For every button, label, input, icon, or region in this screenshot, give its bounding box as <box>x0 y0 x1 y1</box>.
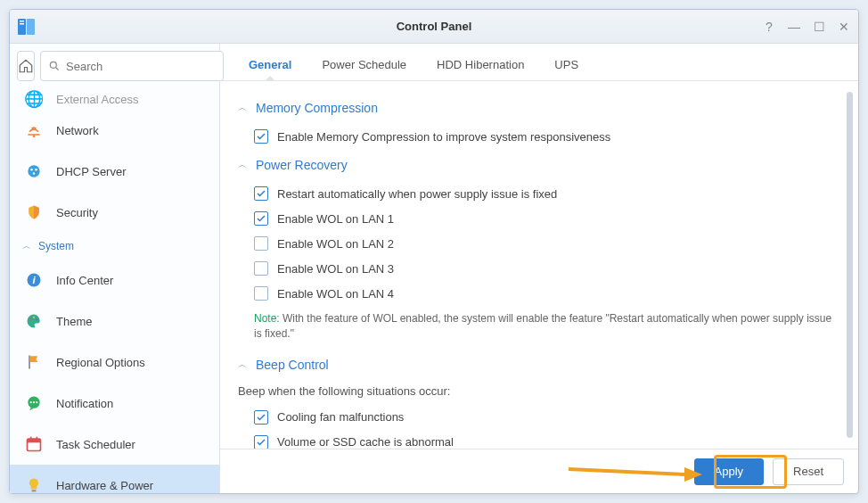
checkbox[interactable] <box>254 435 268 449</box>
home-button[interactable] <box>17 51 35 81</box>
option-memory-compression[interactable]: Enable Memory Compression to improve sys… <box>238 124 840 149</box>
svg-rect-2 <box>20 21 24 22</box>
tab-power-schedule[interactable]: Power Schedule <box>307 51 421 80</box>
checkbox[interactable] <box>254 186 268 201</box>
minimize-icon[interactable]: — <box>787 20 801 34</box>
checkbox[interactable] <box>254 211 268 226</box>
reset-button[interactable]: Reset <box>773 458 844 485</box>
wol-note: Note: With the feature of WOL enabled, t… <box>238 306 840 349</box>
search-field[interactable] <box>40 51 224 81</box>
svg-point-8 <box>30 169 33 171</box>
note-label: Note: <box>254 312 280 325</box>
option-label: Cooling fan malfunctions <box>277 410 404 424</box>
svg-line-5 <box>56 68 59 70</box>
sidebar-item-label: Task Scheduler <box>56 438 135 451</box>
svg-point-13 <box>30 317 32 319</box>
network-icon <box>24 120 44 140</box>
section-power-recovery[interactable]: ︿ Power Recovery <box>238 158 840 172</box>
svg-rect-23 <box>30 437 32 441</box>
search-input[interactable] <box>66 60 216 73</box>
sidebar-item-hardware-power[interactable]: Hardware & Power <box>10 465 219 493</box>
section-title-label: Beep Control <box>256 358 329 372</box>
sidebar-group-system[interactable]: ︿ System <box>10 233 219 260</box>
svg-point-19 <box>33 401 35 403</box>
sidebar-group-label: System <box>38 240 74 252</box>
sidebar: 🌐 External Access Network DHCP Server Se… <box>10 44 220 493</box>
sidebar-item-label: DHCP Server <box>56 165 127 178</box>
tab-label: Power Schedule <box>322 58 406 71</box>
chat-icon <box>24 393 44 413</box>
sidebar-item-external-access[interactable]: 🌐 External Access <box>10 88 219 110</box>
control-panel-window: Control Panel ? — ☐ ✕ 🌐 External A <box>9 9 859 494</box>
checkbox[interactable] <box>254 410 268 425</box>
svg-rect-25 <box>32 490 37 492</box>
option-label: Restart automatically when power supply … <box>277 187 557 201</box>
svg-point-7 <box>28 165 39 177</box>
option-beep-volume[interactable]: Volume or SSD cache is abnormal <box>238 430 840 449</box>
checkbox[interactable] <box>254 236 268 251</box>
globe-icon: 🌐 <box>24 89 44 109</box>
app-icon <box>17 16 38 37</box>
sidebar-item-network[interactable]: Network <box>10 110 219 151</box>
tab-label: HDD Hibernation <box>437 58 524 71</box>
checkbox[interactable] <box>254 129 268 144</box>
sidebar-item-label: Info Center <box>56 274 113 287</box>
svg-rect-24 <box>37 437 38 441</box>
option-label: Enable Memory Compression to improve sys… <box>277 130 610 144</box>
note-text: With the feature of WOL enabled, the sys… <box>254 312 831 340</box>
sidebar-item-regional[interactable]: Regional Options <box>10 342 219 383</box>
sidebar-item-notification[interactable]: Notification <box>10 383 219 424</box>
info-icon: i <box>24 270 44 290</box>
section-beep-control[interactable]: ︿ Beep Control <box>238 358 840 372</box>
svg-point-14 <box>33 317 35 318</box>
checkbox[interactable] <box>254 261 268 276</box>
sidebar-item-task-scheduler[interactable]: Task Scheduler <box>10 424 219 465</box>
annotation-arrow <box>564 460 707 487</box>
sidebar-list: 🌐 External Access Network DHCP Server Se… <box>10 88 219 493</box>
sidebar-item-dhcp[interactable]: DHCP Server <box>10 151 219 192</box>
content-scroll[interactable]: ︿ Memory Compression Enable Memory Compr… <box>220 81 858 449</box>
option-restart-auto[interactable]: Restart automatically when power supply … <box>238 181 840 206</box>
option-beep-fan[interactable]: Cooling fan malfunctions <box>238 405 840 430</box>
dhcp-icon <box>24 161 44 181</box>
tab-hdd-hibernation[interactable]: HDD Hibernation <box>422 51 538 80</box>
option-wol-lan3[interactable]: Enable WOL on LAN 3 <box>238 256 840 281</box>
sidebar-item-info-center[interactable]: i Info Center <box>10 260 219 301</box>
sidebar-item-label: Theme <box>56 315 92 328</box>
beep-description: Beep when the following situations occur… <box>238 381 840 405</box>
option-wol-lan1[interactable]: Enable WOL on LAN 1 <box>238 206 840 231</box>
svg-rect-1 <box>27 19 35 35</box>
section-title-label: Memory Compression <box>256 101 378 115</box>
checkbox[interactable] <box>254 286 268 301</box>
apply-button[interactable]: Apply <box>694 458 765 485</box>
svg-line-26 <box>569 469 684 474</box>
sidebar-item-label: Network <box>56 124 99 137</box>
tab-bar: General Power Schedule HDD Hibernation U… <box>220 44 858 81</box>
svg-rect-16 <box>29 356 30 369</box>
sidebar-item-label: External Access <box>56 93 139 106</box>
calendar-icon <box>24 434 44 454</box>
palette-icon <box>24 311 44 331</box>
svg-rect-3 <box>20 23 24 25</box>
footer: Apply Reset <box>220 449 858 493</box>
sidebar-item-theme[interactable]: Theme <box>10 301 219 342</box>
sidebar-item-label: Hardware & Power <box>56 479 153 492</box>
svg-point-15 <box>36 318 37 320</box>
tab-general[interactable]: General <box>234 51 306 80</box>
svg-point-9 <box>35 169 37 171</box>
help-icon[interactable]: ? <box>762 20 776 34</box>
section-memory-compression[interactable]: ︿ Memory Compression <box>238 101 840 115</box>
sidebar-item-label: Security <box>56 206 98 219</box>
svg-point-4 <box>50 62 56 68</box>
option-wol-lan2[interactable]: Enable WOL on LAN 2 <box>238 231 840 256</box>
svg-point-18 <box>30 401 32 403</box>
tab-ups[interactable]: UPS <box>540 51 593 80</box>
svg-rect-22 <box>28 439 41 442</box>
option-label: Enable WOL on LAN 3 <box>277 262 394 276</box>
chevron-up-icon: ︿ <box>238 359 247 371</box>
close-icon[interactable]: ✕ <box>837 20 851 34</box>
option-wol-lan4[interactable]: Enable WOL on LAN 4 <box>238 281 840 306</box>
tab-label: UPS <box>554 58 578 71</box>
sidebar-item-security[interactable]: Security <box>10 192 219 233</box>
maximize-icon[interactable]: ☐ <box>812 20 826 34</box>
